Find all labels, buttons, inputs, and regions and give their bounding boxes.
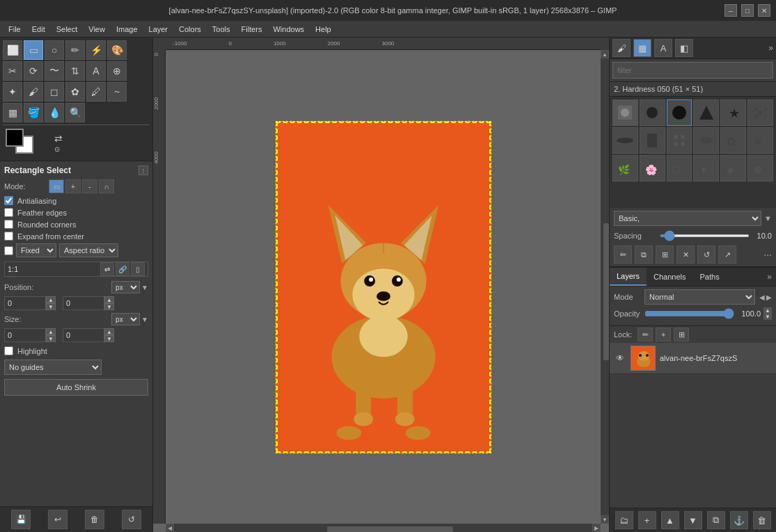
brush-item-4[interactable]: [693, 99, 719, 126]
brush-item-18[interactable]: ⊕: [747, 155, 773, 182]
position-unit-select[interactable]: px mm in: [111, 281, 140, 293]
opacity-down[interactable]: ▼: [763, 314, 772, 320]
layers-tab[interactable]: Layers: [610, 268, 647, 286]
tool-paint[interactable]: 🖌: [24, 82, 43, 102]
duplicate-layer-btn[interactable]: ⧉: [707, 511, 725, 529]
brush-item-5[interactable]: ★: [720, 99, 746, 126]
reset-colors-icon[interactable]: ⊙: [54, 145, 63, 153]
brushes-tab-icon[interactable]: 🖌: [612, 39, 631, 57]
new-layer-group-btn[interactable]: 🗂: [615, 511, 633, 529]
brush-item-9[interactable]: [667, 127, 692, 154]
layer-visibility-icon[interactable]: 👁: [614, 352, 626, 364]
delete-layer-btn[interactable]: 🗑: [753, 511, 771, 529]
minimize-button[interactable]: –: [724, 4, 737, 17]
layer-item[interactable]: 👁 alvan-nee-brFsZ7qszS: [610, 343, 776, 374]
size-w-field[interactable]: [4, 328, 46, 342]
menu-filters[interactable]: Filters: [236, 24, 268, 35]
tool-airbrush[interactable]: ✿: [65, 82, 85, 102]
scroll-right-btn[interactable]: ▶: [592, 524, 601, 532]
opacity-slider[interactable]: [644, 308, 734, 319]
size-chevron[interactable]: ▼: [141, 316, 148, 323]
fixed-checkbox[interactable]: [4, 246, 13, 255]
highlight-checkbox[interactable]: [4, 346, 13, 355]
anchor-layer-btn[interactable]: ⚓: [730, 511, 748, 529]
tool-transform[interactable]: ⟳: [24, 61, 43, 81]
menu-select[interactable]: Select: [51, 24, 84, 35]
brush-edit-icon[interactable]: ✏: [614, 245, 632, 264]
scrollbar-h-track[interactable]: [174, 525, 592, 531]
brush-item-8[interactable]: [640, 127, 665, 154]
undo-icon[interactable]: ↩: [48, 510, 68, 529]
tool-flip[interactable]: ⇅: [65, 61, 85, 81]
lock-alpha-btn[interactable]: ⊞: [674, 328, 689, 341]
options-menu-icon[interactable]: ⋮: [138, 166, 148, 175]
position-x-down[interactable]: ▼: [46, 303, 56, 310]
tool-smudge[interactable]: ~: [107, 82, 127, 102]
menu-layer[interactable]: Layer: [143, 24, 174, 35]
tool-rect-select-active[interactable]: ▭: [24, 40, 43, 60]
lock-position-btn[interactable]: +: [656, 328, 671, 341]
position-chevron[interactable]: ▼: [141, 284, 148, 291]
brush-filter-input[interactable]: [612, 62, 773, 79]
position-x-up[interactable]: ▲: [46, 296, 56, 303]
rounded-corners-checkbox[interactable]: [4, 220, 13, 229]
reset-icon[interactable]: ↺: [122, 510, 141, 529]
brush-export-icon[interactable]: ↗: [718, 245, 736, 264]
aspect-ratio-select[interactable]: Aspect ratio Width Height: [59, 243, 118, 257]
canvas-viewport[interactable]: [166, 50, 601, 524]
size-unit-select[interactable]: px mm: [111, 313, 140, 325]
foreground-color[interactable]: [6, 129, 24, 147]
brush-item-1[interactable]: [612, 99, 638, 126]
position-x-field[interactable]: [4, 296, 46, 310]
raise-layer-btn[interactable]: ▲: [661, 511, 679, 529]
aspect-swap-icon[interactable]: ⇄: [100, 262, 114, 276]
tool-rect-select[interactable]: ⬜: [3, 40, 22, 60]
menu-image[interactable]: Image: [111, 24, 143, 35]
position-y-field[interactable]: [63, 296, 104, 310]
preset-chevron[interactable]: ▼: [764, 214, 772, 223]
mode-add[interactable]: +: [65, 179, 81, 193]
brush-refresh-icon[interactable]: ↺: [697, 245, 715, 264]
right-panel-chevron[interactable]: »: [768, 43, 773, 53]
delete-icon[interactable]: 🗑: [85, 510, 104, 529]
brush-item-7[interactable]: [612, 127, 638, 154]
brush-delete-icon[interactable]: ✕: [676, 245, 695, 264]
new-layer-btn[interactable]: +: [638, 511, 656, 529]
scrollbar-horizontal[interactable]: ◀ ▶: [166, 524, 601, 532]
layers-panel-chevron[interactable]: »: [763, 269, 776, 284]
scrollbar-h-thumb[interactable]: [327, 526, 452, 532]
size-w-up[interactable]: ▲: [46, 328, 56, 335]
scroll-down-btn[interactable]: ▼: [601, 515, 609, 524]
expand-center-checkbox[interactable]: [4, 232, 13, 241]
spacing-slider[interactable]: [660, 234, 750, 237]
brush-item-14[interactable]: 🌸: [640, 155, 665, 182]
lower-layer-btn[interactable]: ▼: [684, 511, 702, 529]
position-y-up[interactable]: ▲: [104, 296, 114, 303]
menu-windows[interactable]: Windows: [267, 24, 310, 35]
close-button[interactable]: ✕: [758, 4, 770, 17]
brush-preset-select[interactable]: Basic, All brushes: [614, 211, 761, 226]
tool-zoom[interactable]: 🔍: [65, 103, 85, 122]
brush-item-10[interactable]: [693, 127, 719, 154]
aspect-portrait-icon[interactable]: ▯: [131, 262, 145, 276]
tool-heal[interactable]: ✦: [3, 82, 22, 102]
size-h-down[interactable]: ▼: [104, 335, 114, 342]
feather-edges-checkbox[interactable]: [4, 208, 13, 217]
tool-blend[interactable]: ▦: [3, 103, 22, 122]
save-icon[interactable]: 💾: [11, 510, 31, 529]
aspect-link-icon[interactable]: 🔗: [116, 262, 129, 276]
tool-clone[interactable]: ⊕: [107, 61, 127, 81]
brush-copy-icon[interactable]: ⊞: [656, 245, 674, 264]
tool-warp[interactable]: 〜: [45, 61, 64, 81]
opacity-up[interactable]: ▲: [763, 307, 772, 314]
tool-ink[interactable]: 🖊: [86, 82, 106, 102]
brush-item-15[interactable]: ⬡: [667, 155, 692, 182]
brush-item-2[interactable]: [640, 99, 665, 126]
scrollbar-v-track[interactable]: [602, 58, 608, 515]
size-w-down[interactable]: ▼: [46, 335, 56, 342]
brush-item-12[interactable]: ❄: [747, 127, 773, 154]
tool-text[interactable]: A: [86, 61, 106, 81]
size-h-up[interactable]: ▲: [104, 328, 114, 335]
patterns-tab-icon[interactable]: ▦: [633, 39, 651, 57]
brush-duplicate-icon[interactable]: ⧉: [635, 245, 653, 264]
